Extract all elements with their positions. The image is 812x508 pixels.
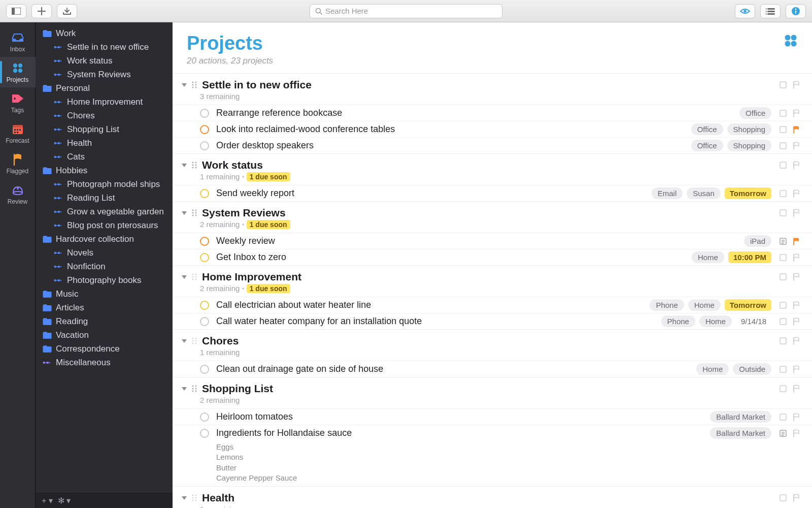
flag-icon[interactable] xyxy=(791,81,802,89)
tag-pill[interactable]: Susan xyxy=(687,187,721,199)
sidebar-project[interactable]: Reading List xyxy=(51,191,171,205)
task-checkbox[interactable] xyxy=(200,317,209,326)
settings-button[interactable]: ✻ ▾ xyxy=(58,496,71,505)
note-indicator-icon[interactable] xyxy=(777,494,789,502)
drag-handle-icon[interactable] xyxy=(191,385,198,392)
sidebar-folder[interactable]: Vacation xyxy=(40,328,171,342)
task-checkbox[interactable] xyxy=(200,189,209,198)
tag-pill[interactable]: Home xyxy=(688,299,721,311)
task-row[interactable]: Call electrician about water heater line… xyxy=(173,297,812,313)
note-indicator-icon[interactable] xyxy=(777,125,789,134)
flag-icon[interactable] xyxy=(791,142,802,150)
drag-handle-icon[interactable] xyxy=(191,209,198,216)
flag-icon[interactable] xyxy=(791,273,802,281)
flag-icon[interactable] xyxy=(791,429,802,437)
sidebar-folder[interactable]: Articles xyxy=(40,301,171,314)
task-row[interactable]: Ingredients for Hollandaise sauceBallard… xyxy=(173,425,812,441)
tag-pill[interactable]: Phone xyxy=(650,299,684,311)
task-checkbox[interactable] xyxy=(200,109,209,118)
flag-icon[interactable] xyxy=(791,385,802,393)
task-row[interactable]: Call water heater company for an install… xyxy=(173,313,812,329)
sidebar-project[interactable]: Blog post on pterosaurs xyxy=(51,218,171,232)
group-header[interactable]: Work status xyxy=(173,153,812,172)
task-checkbox[interactable] xyxy=(200,237,209,246)
flag-icon[interactable] xyxy=(791,318,802,326)
note-indicator-icon[interactable] xyxy=(777,109,789,117)
quick-entry-button[interactable] xyxy=(57,4,77,18)
task-row[interactable]: Weekly reviewiPad xyxy=(173,233,812,249)
sidebar-project[interactable]: Cats xyxy=(51,150,171,164)
rail-item-review[interactable]: Review xyxy=(0,179,36,209)
tag-pill[interactable]: Outside xyxy=(733,363,771,375)
view-options-button[interactable] xyxy=(760,4,781,18)
sidebar-toggle-button[interactable] xyxy=(6,4,26,18)
sidebar-project[interactable]: Nonfiction xyxy=(51,260,171,273)
task-row[interactable]: Get Inbox to zeroHome10:00 PM xyxy=(173,249,812,265)
tag-pill[interactable]: iPad xyxy=(744,235,771,247)
tag-pill[interactable]: Home xyxy=(692,251,724,263)
note-indicator-icon[interactable] xyxy=(777,429,789,437)
flag-icon[interactable] xyxy=(791,161,802,169)
note-indicator-icon[interactable] xyxy=(777,209,789,217)
sidebar-project[interactable]: Grow a vegetable garden xyxy=(51,205,171,218)
focus-mode-button[interactable] xyxy=(735,4,755,18)
task-row[interactable]: Heirloom tomatoesBallard Market xyxy=(173,408,812,425)
group-header[interactable]: Home Improvement xyxy=(173,265,812,284)
tag-pill[interactable]: Shopping xyxy=(727,140,771,151)
rail-item-forecast[interactable]: Forecast xyxy=(0,118,36,148)
disclosure-triangle-icon[interactable] xyxy=(181,273,188,280)
note-indicator-icon[interactable] xyxy=(777,413,789,421)
flag-icon[interactable] xyxy=(791,413,802,421)
drag-handle-icon[interactable] xyxy=(191,81,198,88)
tag-pill[interactable]: Office xyxy=(691,140,723,151)
flag-icon[interactable] xyxy=(791,301,802,309)
tag-pill[interactable]: Phone xyxy=(661,315,695,327)
sidebar-folder[interactable]: Hobbies xyxy=(40,164,171,177)
task-checkbox[interactable] xyxy=(200,412,209,422)
sidebar-project[interactable]: Home Improvement xyxy=(51,95,171,109)
group-header[interactable]: Settle in to new office xyxy=(173,73,812,92)
sidebar-folder[interactable]: Personal xyxy=(40,81,171,95)
sidebar-folder[interactable]: Reading xyxy=(40,314,171,328)
flag-icon[interactable] xyxy=(791,189,802,198)
note-indicator-icon[interactable] xyxy=(777,301,789,309)
disclosure-triangle-icon[interactable] xyxy=(181,494,188,501)
note-indicator-icon[interactable] xyxy=(777,318,789,326)
disclosure-triangle-icon[interactable] xyxy=(181,385,188,392)
task-row[interactable]: Clean out drainage gate on side of house… xyxy=(173,361,812,377)
sidebar-folder[interactable]: Correspondence xyxy=(40,342,171,356)
disclosure-triangle-icon[interactable] xyxy=(181,209,188,216)
flag-icon[interactable] xyxy=(791,365,802,373)
flag-icon[interactable] xyxy=(791,237,802,245)
note-indicator-icon[interactable] xyxy=(777,337,789,345)
note-indicator-icon[interactable] xyxy=(777,81,789,89)
tag-pill[interactable]: Home xyxy=(696,363,729,375)
flag-icon[interactable] xyxy=(791,209,802,217)
search-input[interactable] xyxy=(325,7,497,15)
note-indicator-icon[interactable] xyxy=(777,237,789,245)
task-row[interactable]: Send weekly reportEmailSusanTomorrow xyxy=(173,185,812,201)
new-item-button[interactable] xyxy=(31,4,52,18)
sidebar-project[interactable]: Photography books xyxy=(51,273,171,287)
rail-item-projects[interactable]: Projects xyxy=(0,57,36,87)
group-header[interactable]: Health xyxy=(173,486,812,505)
tag-pill[interactable]: Office xyxy=(739,107,771,119)
sidebar-folder[interactable]: Work xyxy=(40,26,171,40)
note-indicator-icon[interactable] xyxy=(777,365,789,373)
sidebar-project[interactable]: Novels xyxy=(51,246,171,260)
disclosure-triangle-icon[interactable] xyxy=(181,81,188,88)
task-checkbox[interactable] xyxy=(200,141,209,150)
flag-icon[interactable] xyxy=(791,109,802,117)
task-checkbox[interactable] xyxy=(200,365,209,374)
note-indicator-icon[interactable] xyxy=(777,273,789,281)
sidebar-project[interactable]: Settle in to new office xyxy=(51,40,171,54)
rail-item-inbox[interactable]: Inbox xyxy=(0,26,36,57)
flag-icon[interactable] xyxy=(791,494,802,502)
sidebar-folder[interactable]: Music xyxy=(40,287,171,301)
disclosure-triangle-icon[interactable] xyxy=(181,162,188,169)
flag-icon[interactable] xyxy=(791,337,802,345)
sidebar-project[interactable]: Work status xyxy=(51,54,171,68)
sidebar-project[interactable]: Chores xyxy=(51,109,171,122)
rail-item-tags[interactable]: Tags xyxy=(0,87,36,118)
flag-icon[interactable] xyxy=(791,253,802,262)
